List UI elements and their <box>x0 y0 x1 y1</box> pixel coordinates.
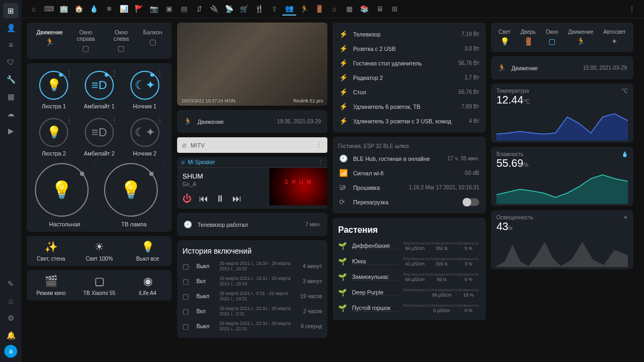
power-row[interactable]: ⚡Удлинитель 3 розетки с 3 USB, комод4 Вт <box>338 114 480 128</box>
prev-icon[interactable]: ⏮ <box>199 194 208 204</box>
temp-chart-card[interactable]: Температура°C 12.44°C <box>491 84 633 143</box>
mitv-button[interactable]: ⎚ MITV ⋮ <box>177 137 327 153</box>
top-keyboard-icon[interactable]: ⌨ <box>42 3 56 16</box>
top-router-icon[interactable]: 📡 <box>222 3 236 16</box>
power-row[interactable]: ⚡Стол56,76 Вт <box>338 85 480 99</box>
ble-card: Гостиная, ESP 32 BLE шлюз 🕘BLE Hub, гост… <box>333 137 486 213</box>
power-row[interactable]: ⚡Радиатор 21,7 Вт <box>338 70 480 85</box>
sidebar-wrench-icon[interactable]: 🔧 <box>3 72 18 87</box>
more-icon[interactable]: ⋮ <box>66 70 72 77</box>
top-basket-icon[interactable]: 🛒 <box>237 3 251 16</box>
top-house-icon[interactable]: 🏠 <box>72 3 86 16</box>
next-icon[interactable]: ⏭ <box>232 194 241 204</box>
sidebar-list-icon[interactable]: ≡ <box>3 38 18 53</box>
top-drop-icon[interactable]: 💧 <box>87 3 101 16</box>
light-2[interactable]: ⋮ ☾✦ Ночник 1 <box>123 68 166 113</box>
top-server-icon[interactable]: 🖥 <box>372 3 386 16</box>
more-icon[interactable]: ⋮ <box>318 159 323 165</box>
top-upload-icon[interactable]: ⇧ <box>267 3 281 16</box>
top-window2-icon[interactable]: ▤ <box>177 3 191 16</box>
plant-row[interactable]: 🌱 Пустой горшок Фертильность Освещенност… <box>338 300 480 316</box>
top-book-icon[interactable]: 📚 <box>357 3 371 16</box>
ble-row[interactable]: ⟳Перезагрузка <box>338 195 480 209</box>
power-row[interactable]: ⚡Гостиная стол удлинитель56,76 Вт <box>338 56 480 70</box>
top-plug-icon[interactable]: 🔌 <box>207 3 221 16</box>
top-people-icon[interactable]: 👥 <box>282 3 296 16</box>
power-row[interactable]: ⚡Удлинитель 6 розеток, ТВ7,69 Вт <box>338 99 480 114</box>
plant-row[interactable]: 🌱 Замиокулькас Фертильность64 µS/cm Осве… <box>338 269 480 285</box>
top-snow-icon[interactable]: ❄ <box>102 3 116 16</box>
top-door-icon[interactable]: 🚪 <box>312 3 326 16</box>
more-icon[interactable]: ⋮ <box>157 70 163 77</box>
light-4[interactable]: ⋮ ≡D Амбилайт 2 <box>78 115 121 160</box>
sidebar-shield-icon[interactable]: 🛡 <box>3 55 18 70</box>
light-tv-lamp[interactable]: ⋮ 💡 ТВ лампа <box>101 163 166 227</box>
scene-iLife A4[interactable]: ◉iLife A4 <box>123 270 172 300</box>
sidebar-dashboard-icon[interactable]: ⊞ <box>3 3 18 18</box>
more-icon[interactable]: ⋮ <box>91 163 97 170</box>
plant-row[interactable]: 🌱 Юкка Фертильность41 µS/cm Освещенность… <box>338 254 480 269</box>
power-row[interactable]: ⚡Телевизор7,19 Вт <box>338 27 480 41</box>
more-icon[interactable]: ⋮ <box>316 142 322 149</box>
scene-ТВ Xiaomi 55[interactable]: ▢ТВ Xiaomi 55 <box>75 270 123 300</box>
tab-window-right[interactable]: Окно справа▢ <box>72 29 99 53</box>
plant-row[interactable]: 🌱 Диффенбахия Фертильность94 µS/cm Освещ… <box>338 238 480 254</box>
top-flag-icon[interactable]: 🚩 <box>132 3 146 16</box>
more-icon[interactable]: ⋮ <box>157 117 163 124</box>
plant-name: Deep Purple <box>352 289 399 296</box>
top-home2-icon[interactable]: ⌂ <box>327 3 341 16</box>
top-grid-icon[interactable]: ▦ <box>342 3 356 16</box>
sensor-tab-motion[interactable]: Движение🏃 <box>568 29 594 46</box>
scene-Свет 100%[interactable]: ☀Свет 100% <box>75 236 123 266</box>
more-icon[interactable]: ⋮ <box>160 163 166 170</box>
sidebar-calendar-icon[interactable]: ▦ <box>3 89 18 104</box>
top-window1-icon[interactable]: ▣ <box>162 3 176 16</box>
sensor-tab-autolight[interactable]: Автосвет✦ <box>603 29 626 46</box>
lux-chart-card[interactable]: Освещенность☀ 43lx <box>491 210 633 269</box>
scene-Режим кино[interactable]: 🎬Режим кино <box>27 270 75 300</box>
more-icon[interactable]: ⋮ <box>66 117 72 124</box>
top-food-icon[interactable]: 🍴 <box>252 3 266 16</box>
sidebar-settings-icon[interactable]: ⚙ <box>3 311 18 326</box>
sidebar-avatar[interactable]: a <box>4 345 17 358</box>
more-icon[interactable]: ⋮ <box>111 70 118 77</box>
top-camera-icon[interactable]: 📷 <box>147 3 161 16</box>
top-network-icon[interactable]: ⇵ <box>192 3 206 16</box>
pause-icon[interactable]: ⏸ <box>216 194 225 204</box>
power-row[interactable]: ⚡Розетка с 2 USB3,0 Вт <box>338 41 480 56</box>
light-desk[interactable]: ⋮ 💡 Настольная <box>32 163 97 227</box>
humidity-chart-card[interactable]: Влажность💧 55.69% <box>491 147 633 206</box>
window-icon: ▢ <box>109 44 134 53</box>
light-0[interactable]: ⋮ 💡 Люстра 1 <box>32 68 76 113</box>
power-card: ⚡Телевизор7,19 Вт⚡Розетка с 2 USB3,0 Вт⚡… <box>333 23 486 132</box>
top-chart-icon[interactable]: 📊 <box>117 3 131 16</box>
history-range: 29 марта 2021 г., 19:34 - 29 марта 2021 … <box>219 261 298 271</box>
tab-motion[interactable]: Движение🏃 <box>36 29 63 53</box>
sensor-tab-door[interactable]: Дверь🚪 <box>521 29 536 46</box>
top-run-icon[interactable]: 🏃 <box>297 3 311 16</box>
sidebar-person-icon[interactable]: 👤 <box>3 20 18 35</box>
scene-Свет, стена[interactable]: ✨Свет, стена <box>27 236 75 266</box>
light-1[interactable]: ⋮ ≡D Амбилайт 1 <box>78 68 121 113</box>
tab-window-left[interactable]: Окно слева▢ <box>109 29 134 53</box>
sidebar-cloud-icon[interactable]: ☁ <box>3 106 18 121</box>
top-apps-icon[interactable]: ⊞ <box>387 3 401 16</box>
sensor-tab-light[interactable]: Свет💡 <box>499 29 510 46</box>
tab-balcony[interactable]: Балкон▢ <box>143 29 162 53</box>
light-3[interactable]: ⋮ 💡 Люстра 2 <box>32 115 76 160</box>
power-icon[interactable]: ⏻ <box>182 194 192 204</box>
top-building-icon[interactable]: 🏢 <box>57 3 71 16</box>
camera-feed[interactable]: 29/03/2021 19:37:24 MONReolink E1 pro <box>177 23 327 106</box>
top-menu-icon[interactable]: ⋮ <box>625 3 639 16</box>
sidebar-media-icon[interactable]: ▶ <box>3 123 18 138</box>
sidebar-tools-icon[interactable]: ✎ <box>3 276 18 291</box>
more-icon[interactable]: ⋮ <box>111 117 118 124</box>
reboot-toggle[interactable] <box>463 198 479 206</box>
sidebar-home-icon[interactable]: ⌂ <box>3 293 18 308</box>
scene-Выкл все[interactable]: 💡Выкл все <box>123 236 172 266</box>
top-home-icon[interactable]: ⌂ <box>27 3 41 16</box>
light-5[interactable]: ⋮ ☾✦ Ночник 2 <box>123 115 166 160</box>
plant-row[interactable]: 🌱 Deep Purple Фертильность Освещенность9… <box>338 285 480 300</box>
sidebar-notifications-icon[interactable]: 🔔 <box>3 328 18 343</box>
sensor-tab-window[interactable]: Окно▢ <box>546 29 558 46</box>
